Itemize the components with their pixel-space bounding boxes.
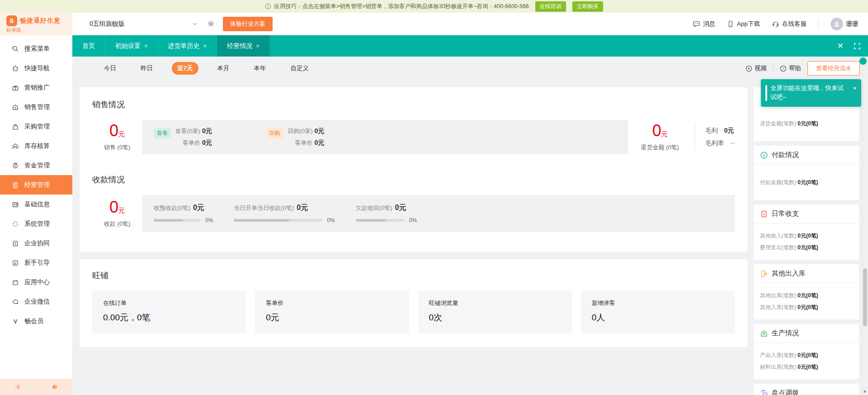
first-customer-label: 首客(0家) bbox=[175, 128, 200, 134]
sales-amount: 0 bbox=[109, 121, 118, 140]
sidebar-item-sales-mgmt[interactable]: $ 销售管理 bbox=[0, 97, 72, 117]
sidebar-item-inventory-accounting[interactable]: 库存核算 bbox=[0, 136, 72, 156]
tab-label: 首页 bbox=[82, 42, 95, 50]
sidebar-item-app-center[interactable]: 应用中心 bbox=[0, 272, 72, 292]
settings-gear-icon[interactable] bbox=[14, 383, 22, 390]
repeat-customer-value: 0元 bbox=[315, 127, 325, 134]
messages-button[interactable]: 消息 bbox=[693, 20, 715, 28]
sidebar-item-label: 应用中心 bbox=[24, 278, 50, 286]
info-icon bbox=[265, 3, 271, 10]
panel-line-value: 0元(0笔) bbox=[797, 120, 818, 127]
filter-last7days[interactable]: 近7天 bbox=[172, 62, 198, 75]
video-link[interactable]: 视频 bbox=[745, 64, 767, 72]
page-scrollbar[interactable]: ▼ bbox=[862, 57, 868, 395]
panel-line-value: 0元(0笔) bbox=[797, 292, 818, 299]
tab-close-icon[interactable]: × bbox=[144, 43, 148, 49]
search-icon bbox=[12, 45, 19, 52]
sidebar-item-business-mgmt[interactable]: 经营管理 bbox=[0, 175, 72, 195]
store-dollar-icon: $ bbox=[12, 104, 19, 111]
gross-profit-value: 0元 bbox=[724, 127, 734, 134]
scrollbar-thumb[interactable] bbox=[863, 268, 867, 326]
sidebar-item-quick-nav[interactable]: 快捷导航 bbox=[0, 58, 72, 78]
view-business-flow-button[interactable]: 查看经营流水 bbox=[807, 61, 860, 76]
sidebar-item-label: 库存核算 bbox=[24, 142, 50, 150]
tv-icon bbox=[12, 279, 19, 286]
collection-metric: 当日开单当日收款(0笔)0元 0% bbox=[234, 203, 335, 224]
panel-line-label: 其他出库(笔数): bbox=[760, 292, 797, 299]
avatar bbox=[830, 18, 843, 30]
filter-this-year[interactable]: 本年 bbox=[249, 62, 272, 75]
home-icon bbox=[12, 65, 19, 72]
progress-bar bbox=[234, 219, 322, 222]
tab-business-status[interactable]: 经营情况 × bbox=[217, 35, 270, 57]
filter-today[interactable]: 今日 bbox=[99, 62, 122, 75]
sidebar-item-search-menu[interactable]: 搜索菜单 bbox=[0, 39, 72, 58]
help-link[interactable]: ? 帮助 bbox=[780, 64, 801, 72]
repeat-customer-label: 回购(0家) bbox=[288, 128, 313, 134]
sidebar-item-basic-info[interactable]: 基础信息 bbox=[0, 195, 72, 214]
sidebar-item-label: 快捷导航 bbox=[24, 64, 50, 72]
filter-this-month[interactable]: 本月 bbox=[212, 62, 235, 75]
first-price-label: 客单价 bbox=[183, 139, 200, 146]
sidebar-item-marketing[interactable]: 营销推广 bbox=[0, 78, 72, 97]
org-settings-button[interactable] bbox=[207, 20, 215, 28]
tab-label: 经营情况 bbox=[227, 42, 252, 50]
refund-label: 退货金额 (0笔) bbox=[635, 143, 685, 152]
online-service-button[interactable]: 在线客服 bbox=[772, 20, 807, 28]
user-menu[interactable]: 珊珊 bbox=[830, 18, 858, 30]
repeat-price-value: 0元 bbox=[315, 139, 325, 146]
panel-stocktake-transfer: ¥ 盘点调拨 bbox=[754, 384, 859, 395]
collapse-sidebar-icon[interactable] bbox=[50, 383, 58, 391]
shop-metric-label: 旺铺浏览量 bbox=[429, 299, 561, 307]
collection-label: 收款 (0笔) bbox=[92, 220, 142, 228]
username: 珊珊 bbox=[846, 20, 858, 28]
sidebar-item-member[interactable]: V 畅会员 bbox=[0, 311, 72, 331]
dashed-circle-icon bbox=[12, 220, 19, 228]
panel-title: 盘点调拨 bbox=[772, 389, 799, 395]
tab-initial-setup[interactable]: 初始设置 × bbox=[105, 35, 158, 57]
metric-value: 0元 bbox=[395, 204, 406, 211]
collab-board-icon bbox=[12, 240, 19, 247]
fullscreen-highlight-dot[interactable] bbox=[859, 57, 867, 65]
app-download-button[interactable]: App下载 bbox=[727, 20, 760, 28]
progress-percent: 0% bbox=[327, 217, 335, 224]
sidebar-item-system-mgmt[interactable]: 系统管理 bbox=[0, 214, 72, 233]
tab-label: 进货单历史 bbox=[168, 42, 200, 50]
filter-custom[interactable]: 自定义 bbox=[285, 62, 315, 75]
svg-text:¥: ¥ bbox=[14, 164, 16, 167]
collection-section-title: 收款情况 bbox=[92, 174, 735, 185]
fullscreen-icon[interactable] bbox=[854, 43, 861, 50]
close-all-tabs-icon[interactable]: ✕ bbox=[837, 41, 844, 51]
tab-home[interactable]: 首页 bbox=[72, 35, 105, 57]
id-card-icon bbox=[12, 201, 19, 208]
refund-metric: 0元 退货金额 (0笔) bbox=[635, 123, 685, 152]
gross-rate-label: 毛利率 bbox=[705, 139, 724, 147]
scrollbar-down-arrow[interactable]: ▼ bbox=[863, 389, 867, 394]
video-label: 视频 bbox=[755, 64, 767, 72]
sidebar-item-wechat-work[interactable]: 企业微信 bbox=[0, 292, 72, 311]
tab-close-icon[interactable]: × bbox=[256, 43, 259, 49]
sidebar-item-funds-mgmt[interactable]: ¥ 资金管理 bbox=[0, 156, 72, 175]
tab-close-icon[interactable]: × bbox=[203, 43, 207, 49]
panel-line-value: 0元(0笔) bbox=[797, 233, 818, 239]
svg-text:¥: ¥ bbox=[763, 212, 765, 216]
filter-yesterday[interactable]: 昨日 bbox=[135, 62, 158, 75]
sidebar-item-enterprise-collab[interactable]: 企业协同 bbox=[0, 233, 72, 253]
industry-solution-button[interactable]: 体验行业方案 bbox=[223, 17, 273, 31]
org-selector-value: 0五组旗舰版 bbox=[90, 20, 125, 28]
collection-amount: 0 bbox=[109, 198, 118, 216]
sidebar-item-beginner-guide[interactable]: 新 新手引导 bbox=[0, 253, 72, 272]
sidebar-item-label: 企业微信 bbox=[24, 298, 50, 306]
shop-metric-new-prospects: 新增潜客 0人 bbox=[581, 291, 735, 333]
org-selector[interactable]: 0五组旗舰版 bbox=[90, 20, 198, 28]
first-customer-badge: 首客 bbox=[154, 128, 171, 138]
panel-line-label: 产品入库(笔数): bbox=[760, 352, 797, 358]
buy-now-button[interactable]: 立即购买 bbox=[572, 1, 603, 12]
new-badge-icon: 新 bbox=[12, 259, 19, 267]
gear-icon bbox=[207, 20, 215, 28]
online-training-button[interactable]: 在线培训 bbox=[535, 1, 566, 12]
tab-purchase-history[interactable]: 进货单历史 × bbox=[158, 35, 217, 57]
tooltip-close-icon[interactable]: × bbox=[853, 84, 857, 102]
play-circle-icon bbox=[745, 65, 752, 72]
sidebar-item-purchase-mgmt[interactable]: 采购管理 bbox=[0, 117, 72, 136]
